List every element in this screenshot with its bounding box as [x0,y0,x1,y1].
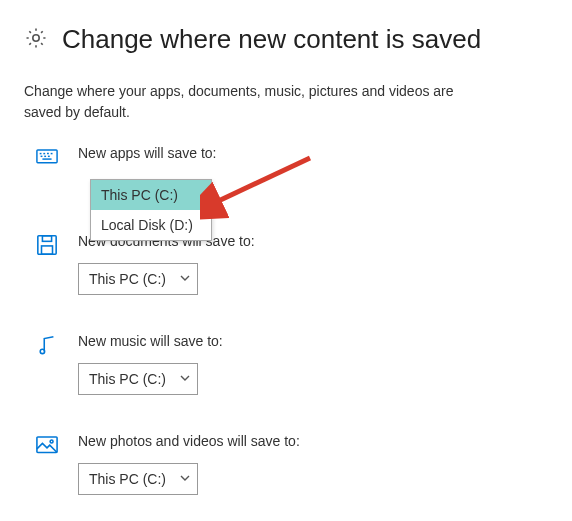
page-title: Change where new content is saved [62,24,481,55]
setting-music: New music will save to: This PC (C:) [24,333,552,395]
svg-point-13 [40,349,44,353]
documents-combo-value: This PC (C:) [89,271,166,287]
music-combo[interactable]: This PC (C:) [78,363,198,395]
setting-documents: New documents will save to: This PC (C:) [24,233,552,295]
save-icon [36,234,58,256]
music-note-icon [36,334,58,356]
keyboard-icon [36,146,58,168]
apps-label: New apps will save to: [78,145,552,161]
svg-point-0 [33,35,39,41]
setting-apps: New apps will save to: This PC (C:) Loca… [24,145,552,175]
page-header: Change where new content is saved [24,24,552,55]
svg-rect-12 [42,236,51,242]
photos-combo-value: This PC (C:) [89,471,166,487]
picture-icon [36,434,58,456]
svg-point-15 [50,440,53,443]
documents-combo[interactable]: This PC (C:) [78,263,198,295]
svg-rect-11 [42,246,53,254]
svg-rect-1 [37,150,57,163]
apps-dropdown-list: This PC (C:) Local Disk (D:) [90,179,212,241]
svg-rect-10 [38,236,56,254]
photos-label: New photos and videos will save to: [78,433,552,449]
setting-photos: New photos and videos will save to: This… [24,433,552,495]
dropdown-option-c[interactable]: This PC (C:) [91,180,211,210]
photos-combo[interactable]: This PC (C:) [78,463,198,495]
gear-icon [24,26,48,53]
chevron-down-icon [179,271,191,287]
music-label: New music will save to: [78,333,552,349]
page-subtitle: Change where your apps, documents, music… [24,81,494,123]
chevron-down-icon [179,471,191,487]
music-combo-value: This PC (C:) [89,371,166,387]
dropdown-option-d[interactable]: Local Disk (D:) [91,210,211,240]
chevron-down-icon [179,371,191,387]
